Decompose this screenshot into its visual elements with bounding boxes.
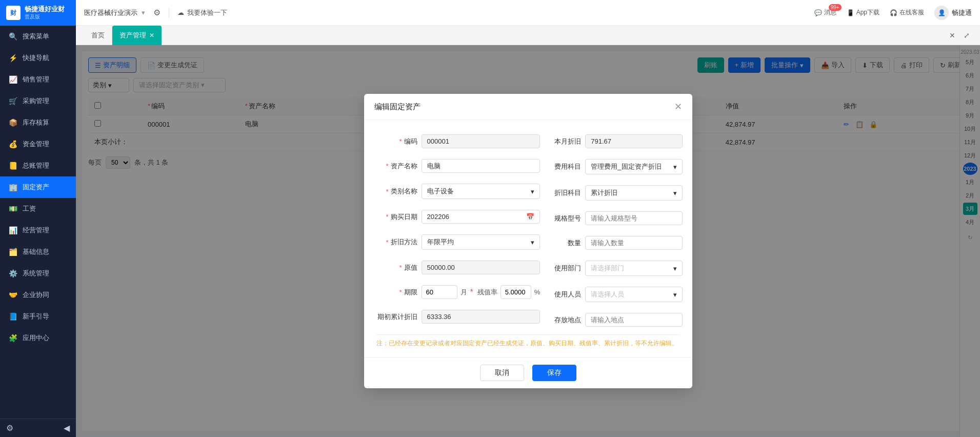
page-content: ☰ 资产明细 📄 变更生成凭证 刷账 + 新增 批量操作 ▾ <box>76 45 980 437</box>
depr-subject-arrow-icon: ▾ <box>673 189 677 197</box>
name-label: * 资产名称 <box>376 162 417 171</box>
form-row-cumul-depr: 期初累计折旧 <box>376 305 541 329</box>
location-input[interactable] <box>585 313 683 327</box>
sidebar-header: 财 畅捷通好业财 普及版 <box>0 0 76 26</box>
dept-placeholder: 请选择部门 <box>591 264 624 273</box>
sidebar-item-sysadmin[interactable]: ⚙️ 系统管理 <box>0 263 76 284</box>
code-label: * 编码 <box>376 137 417 146</box>
topbar-online-service[interactable]: 🎧 在线客服 <box>890 8 924 17</box>
topbar-experience[interactable]: ☁ 我要体验一下 <box>177 8 227 17</box>
residual-unit: % <box>534 288 541 296</box>
form-row-expense-subject: 费用科目 管理费用_固定资产折旧 ▾ <box>540 154 683 180</box>
residual-required: * <box>470 288 473 297</box>
main-area: 医疗器械行业演示 ▾ ⚙ ☁ 我要体验一下 💬 消息 99+ 📱 App下载 🎧… <box>76 0 980 437</box>
tab-asset-label: 资产管理 <box>119 31 146 40</box>
monthly-depr-input <box>585 134 683 148</box>
topbar-message[interactable]: 💬 消息 99+ <box>814 8 836 17</box>
dept-arrow-icon: ▾ <box>673 265 677 272</box>
form-col-right: 本月折旧 费用科目 管理费用_固定资产折旧 <box>540 129 683 332</box>
tab-asset[interactable]: 资产管理 ✕ <box>112 26 162 45</box>
topbar-demo-label: 医疗器械行业演示 <box>84 8 137 17</box>
cancel-button[interactable]: 取消 <box>480 365 524 381</box>
modal-close-icon[interactable]: ✕ <box>674 101 682 112</box>
period-group: 月 * 残值率 % <box>422 285 541 299</box>
sidebar-item-base[interactable]: 🗂️ 基础信息 <box>0 241 76 263</box>
code-input[interactable] <box>422 134 541 148</box>
sidebar-item-collab[interactable]: 🤝 企业协同 <box>0 284 76 306</box>
sidebar-item-search[interactable]: 🔍 搜索菜单 <box>0 26 76 47</box>
category-select[interactable]: 电子设备 ▾ <box>422 184 541 199</box>
expense-subject-arrow-icon: ▾ <box>673 163 677 171</box>
original-input[interactable] <box>422 261 541 274</box>
topbar-app-download[interactable]: 📱 App下载 <box>847 8 879 17</box>
period-input[interactable] <box>422 285 457 299</box>
sidebar-item-quick[interactable]: ⚡ 快捷导航 <box>0 47 76 69</box>
depr-method-arrow-icon: ▾ <box>531 239 534 246</box>
name-input[interactable] <box>422 159 541 173</box>
gear-icon[interactable]: ⚙ <box>153 8 161 17</box>
sidebar-item-label: 销售管理 <box>23 75 49 84</box>
expense-subject-select[interactable]: 管理费用_固定资产折旧 ▾ <box>585 159 683 174</box>
spec-label: 规格型号 <box>540 214 581 223</box>
depr-subject-value: 累计折旧 <box>591 188 617 197</box>
logo-icon: 财 <box>6 6 21 20</box>
sidebar-item-purchase[interactable]: 🛒 采购管理 <box>0 90 76 112</box>
experience-label: 我要体验一下 <box>187 8 227 17</box>
sidebar-nav: 🔍 搜索菜单 ⚡ 快捷导航 📈 销售管理 🛒 采购管理 📦 库存核算 💰 资金管… <box>0 26 76 419</box>
stock-icon: 📦 <box>8 118 17 127</box>
sidebar-item-label: 应用中心 <box>23 333 49 343</box>
sidebar-item-stock[interactable]: 📦 库存核算 <box>0 112 76 133</box>
sidebar-item-guide[interactable]: 📘 新手引导 <box>0 306 76 327</box>
cloud-icon: ☁ <box>177 9 184 16</box>
sidebar-item-capital[interactable]: 💰 资金管理 <box>0 133 76 155</box>
cumul-depr-input[interactable] <box>422 310 541 324</box>
topbar: 医疗器械行业演示 ▾ ⚙ ☁ 我要体验一下 💬 消息 99+ 📱 App下载 🎧… <box>76 0 980 26</box>
sidebar-item-label: 经营管理 <box>23 226 49 235</box>
spec-input[interactable] <box>585 211 683 225</box>
quantity-label: 数量 <box>540 239 581 248</box>
topbar-user[interactable]: 👤 畅捷通 <box>934 6 972 20</box>
tab-home[interactable]: 首页 <box>84 26 112 45</box>
residual-input[interactable] <box>501 285 531 299</box>
user-select[interactable]: 请选择人员 ▾ <box>585 287 683 302</box>
app-download-label: App下载 <box>856 8 879 17</box>
tab-home-label: 首页 <box>91 31 105 40</box>
period-unit: 月 <box>461 288 467 297</box>
sales-icon: 📈 <box>8 75 17 84</box>
modal-footer: 取消 保存 <box>364 357 692 388</box>
sidebar-item-label: 库存核算 <box>23 118 49 127</box>
settings-icon[interactable]: ⚙ <box>6 423 13 433</box>
purchase-date-label: * 购买日期 <box>376 212 417 222</box>
sidebar-item-sales[interactable]: 📈 销售管理 <box>0 69 76 90</box>
form-row-period: * 期限 月 * 残值率 % <box>376 280 541 305</box>
depr-subject-select[interactable]: 累计折旧 ▾ <box>585 185 683 201</box>
sidebar-item-apps[interactable]: 🧩 应用中心 <box>0 327 76 349</box>
collapse-icon[interactable]: ◀ <box>64 423 70 433</box>
purchase-date-input[interactable]: 202206 📅 <box>422 210 541 224</box>
guide-icon: 📘 <box>8 312 17 321</box>
save-button[interactable]: 保存 <box>532 365 576 381</box>
apps-icon: 🧩 <box>8 333 17 343</box>
window-expand-icon[interactable]: ⤢ <box>962 30 972 41</box>
cumul-depr-label: 期初累计折旧 <box>376 312 417 322</box>
sidebar-item-salary[interactable]: 💵 工资 <box>0 198 76 220</box>
sidebar-item-fixed[interactable]: 🏢 固定资产 <box>0 176 76 198</box>
topbar-demo[interactable]: 医疗器械行业演示 ▾ <box>84 8 145 17</box>
form-row-category: * 类别名称 电子设备 ▾ <box>376 178 541 205</box>
sidebar-item-ops[interactable]: 📊 经营管理 <box>0 220 76 241</box>
dept-select[interactable]: 请选择部门 ▾ <box>585 261 683 276</box>
tab-close-icon[interactable]: ✕ <box>149 32 154 39</box>
quantity-input[interactable] <box>585 236 683 250</box>
depr-method-select[interactable]: 年限平均 ▾ <box>422 234 541 250</box>
form-row-depr-method: * 折旧方法 年限平均 ▾ <box>376 229 541 255</box>
form-row-name: * 资产名称 <box>376 154 541 178</box>
service-icon: 🎧 <box>890 9 897 16</box>
category-label: * 类别名称 <box>376 187 417 196</box>
sidebar-item-ledger[interactable]: 📒 总账管理 <box>0 155 76 176</box>
window-close-icon[interactable]: ✕ <box>947 30 957 41</box>
topbar-divider <box>169 8 169 18</box>
topbar-demo-arrow: ▾ <box>142 9 145 16</box>
ledger-icon: 📒 <box>8 161 17 170</box>
form-grid: * 编码 * 资产名称 <box>376 129 680 332</box>
sidebar-item-label: 采购管理 <box>23 96 49 106</box>
